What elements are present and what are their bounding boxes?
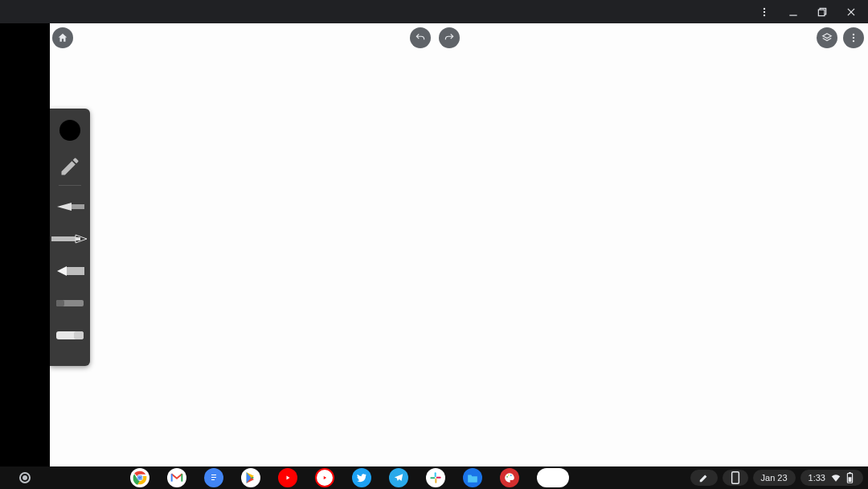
svg-rect-21	[74, 331, 84, 339]
layers-button[interactable]	[817, 27, 837, 48]
app-youtube-music[interactable]	[315, 468, 334, 487]
svg-rect-17	[67, 267, 84, 275]
stylus-button[interactable]	[690, 470, 718, 486]
time-text: 1:33	[809, 473, 825, 483]
app-files[interactable]	[463, 468, 482, 487]
app-chrome[interactable]	[130, 468, 149, 487]
drawing-canvas[interactable]	[50, 23, 868, 469]
close-icon[interactable]	[844, 5, 858, 19]
app-docs[interactable]	[204, 468, 223, 487]
redo-button[interactable]	[439, 27, 460, 48]
restore-icon[interactable]	[815, 5, 829, 19]
app-recent-group[interactable]	[537, 468, 569, 487]
undo-button[interactable]	[410, 27, 431, 48]
svg-rect-3	[789, 14, 796, 15]
svg-rect-29	[211, 475, 216, 475]
tool-eraser[interactable]	[50, 319, 90, 351]
tool-divider	[59, 185, 81, 186]
svg-rect-41	[731, 472, 739, 484]
overflow-button[interactable]	[843, 27, 864, 48]
svg-point-0	[764, 7, 765, 9]
date-display[interactable]: Jan 23	[753, 470, 796, 486]
shelf-status-area: Jan 23 1:33	[690, 466, 868, 489]
svg-rect-43	[849, 472, 850, 474]
tool-pen[interactable]	[50, 223, 90, 255]
svg-rect-44	[849, 477, 852, 482]
svg-rect-5	[818, 10, 825, 16]
svg-rect-13	[51, 236, 76, 241]
svg-rect-26	[171, 474, 173, 481]
shelf: Jan 23 1:33	[0, 466, 868, 489]
app-twitter[interactable]	[352, 468, 371, 487]
battery-icon	[846, 472, 854, 483]
tool-pencil[interactable]	[50, 150, 90, 183]
app-area	[50, 23, 868, 469]
app-paint[interactable]	[500, 468, 519, 487]
app-telegram[interactable]	[389, 468, 408, 487]
color-swatch[interactable]	[59, 120, 80, 141]
shelf-apps	[130, 468, 569, 487]
date-text: Jan 23	[761, 473, 788, 483]
launcher-icon	[19, 472, 31, 483]
app-play-store[interactable]	[241, 468, 260, 487]
tool-smudge[interactable]	[50, 287, 90, 319]
tool-panel	[50, 109, 90, 366]
svg-rect-31	[211, 479, 215, 480]
svg-point-2	[764, 14, 765, 15]
svg-rect-35	[430, 477, 435, 479]
svg-marker-33	[324, 476, 326, 479]
app-slack[interactable]	[426, 468, 445, 487]
svg-point-10	[853, 40, 854, 42]
svg-rect-15	[76, 237, 80, 240]
tool-brush[interactable]	[50, 191, 90, 223]
svg-rect-19	[56, 300, 64, 306]
svg-point-9	[853, 37, 854, 39]
window-more-icon[interactable]	[757, 5, 772, 19]
svg-rect-30	[211, 477, 216, 478]
svg-point-38	[506, 476, 508, 478]
window-titlebar	[0, 0, 868, 23]
svg-rect-34	[435, 472, 436, 477]
svg-marker-32	[287, 476, 290, 480]
svg-point-1	[764, 10, 765, 12]
svg-rect-12	[72, 204, 84, 209]
minimize-icon[interactable]	[786, 5, 800, 19]
svg-marker-16	[57, 266, 67, 276]
svg-point-8	[853, 34, 854, 35]
svg-marker-11	[57, 203, 72, 211]
svg-rect-37	[436, 477, 441, 479]
tool-marker[interactable]	[50, 255, 90, 287]
svg-point-40	[510, 475, 512, 476]
home-button[interactable]	[52, 27, 73, 48]
launcher-button[interactable]	[0, 472, 50, 483]
svg-rect-36	[435, 479, 436, 483]
status-tray[interactable]: 1:33	[800, 470, 863, 486]
phone-hub-button[interactable]	[723, 470, 748, 486]
svg-point-39	[508, 475, 510, 476]
app-youtube[interactable]	[278, 468, 297, 487]
svg-rect-27	[181, 474, 182, 481]
svg-point-25	[138, 476, 141, 479]
app-gmail[interactable]	[167, 468, 186, 487]
wifi-icon	[830, 473, 841, 483]
